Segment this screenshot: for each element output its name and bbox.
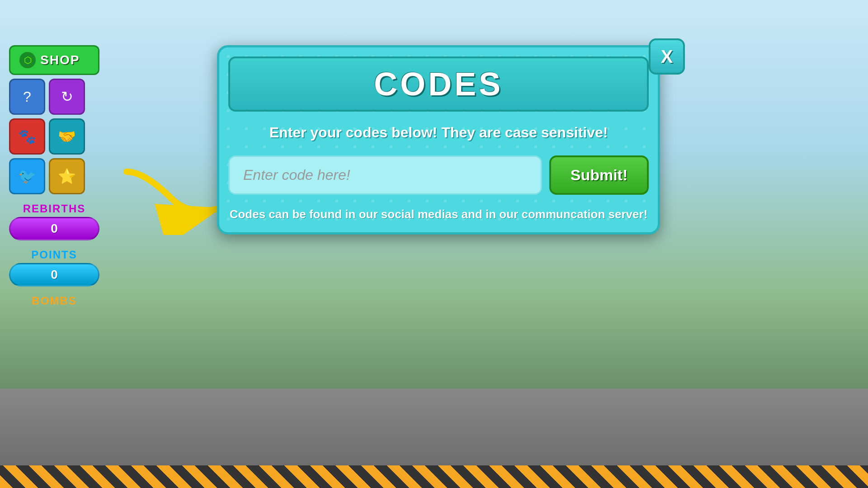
- refresh-button[interactable]: ↻: [49, 79, 85, 115]
- hazard-stripes: [0, 465, 868, 488]
- bombs-section: BOMBS: [9, 295, 99, 307]
- modal-footer: Codes can be found in our social medias …: [228, 206, 649, 223]
- paw-button[interactable]: 🐾: [9, 118, 45, 155]
- points-section: POINTS 0: [9, 249, 99, 286]
- twitter-button[interactable]: 🐦: [9, 158, 45, 194]
- codes-modal: X CODES Enter your codes below! They are…: [217, 45, 660, 235]
- help-button[interactable]: ?: [9, 79, 45, 115]
- modal-subtitle: Enter your codes below! They are case se…: [228, 122, 649, 143]
- modal-title: CODES: [374, 66, 503, 102]
- points-bar: 0: [9, 263, 99, 286]
- points-value: 0: [51, 267, 58, 282]
- shop-button[interactable]: ⬡ SHOP: [9, 45, 99, 75]
- submit-button[interactable]: Submit!: [549, 155, 649, 195]
- code-input-row: Submit!: [228, 155, 649, 195]
- modal-header: CODES: [228, 56, 649, 112]
- rebirths-bar: 0: [9, 217, 99, 240]
- code-input[interactable]: [228, 155, 542, 195]
- button-row-3: 🐦 ⭐: [9, 158, 99, 194]
- star-button[interactable]: ⭐: [49, 158, 85, 194]
- shop-icon: ⬡: [19, 52, 36, 68]
- modal-container: X CODES Enter your codes below! They are…: [217, 45, 660, 235]
- points-label: POINTS: [31, 249, 77, 261]
- bombs-label: BOMBS: [32, 295, 76, 307]
- button-row-1: ? ↻: [9, 79, 99, 115]
- rebirths-label: REBIRTHS: [23, 202, 86, 215]
- close-button[interactable]: X: [649, 38, 685, 75]
- rebirths-section: REBIRTHS 0: [9, 202, 99, 240]
- button-row-2: 🐾 🤝: [9, 118, 99, 155]
- rebirths-value: 0: [51, 221, 58, 236]
- handshake-button[interactable]: 🤝: [49, 118, 85, 155]
- sidebar: ⬡ SHOP ? ↻ 🐾 🤝 🐦 ⭐ REBIRTHS 0 POINTS 0 B…: [9, 45, 99, 307]
- shop-label: SHOP: [40, 53, 80, 67]
